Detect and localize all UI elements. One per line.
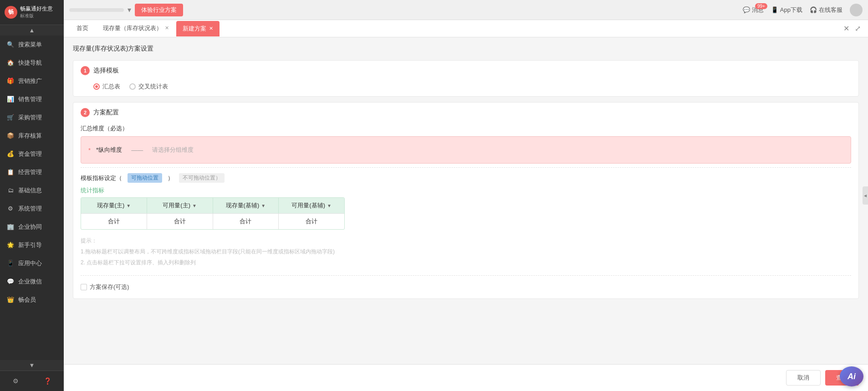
tip-1: 1.拖动标题栏可以调整布局，不可跨维度或指标区域拖动栏目字段(只能在同一维度或指…	[81, 246, 851, 257]
stats-col-0[interactable]: 现存量(主) ▼	[81, 198, 147, 213]
message-button[interactable]: 💬 消息 99+	[743, 6, 764, 14]
sidebar-item-label: 新手引导	[18, 241, 42, 249]
stats-col-1-label: 可用量(主)	[163, 201, 190, 210]
sidebar: 畅 畅赢通好生意 标准版 ▲ 🔍 搜索菜单 🏠 快捷导航 🎁 营销推广 📊 销售…	[0, 0, 64, 391]
step2-badge: 2	[81, 108, 90, 117]
sidebar-item-finance[interactable]: 💰 资金管理	[0, 145, 64, 163]
indicators-label: 模板指标设定（	[81, 174, 122, 182]
ai-badge[interactable]: Ai	[840, 366, 863, 386]
trial-button[interactable]: 体验行业方案	[135, 4, 183, 16]
sidebar-item-apps[interactable]: 📱 应用中心	[0, 254, 64, 273]
radio-cross-circle[interactable]	[129, 83, 136, 90]
page-title: 现存量(库存状况表)方案设置	[73, 45, 859, 53]
stats-table: 现存量(主) ▼ 可用量(主) ▼ 现存量(基辅) ▼	[81, 197, 345, 230]
radio-cross[interactable]: 交叉统计表	[129, 82, 168, 91]
box-icon: 📦	[6, 132, 15, 140]
stats-body-1: 合计	[147, 213, 213, 229]
sidebar-item-purchase[interactable]: 🛒 采购管理	[0, 108, 64, 127]
stats-col-0-label: 现存量(主)	[97, 201, 125, 210]
search-box[interactable]	[69, 8, 124, 12]
stats-col-2-label: 现存量(基辅)	[226, 201, 260, 210]
tabs-expand-btn[interactable]: ⤢	[853, 23, 863, 34]
phone-icon: 📱	[771, 6, 778, 13]
stats-thead: 现存量(主) ▼ 可用量(主) ▼ 现存量(基辅) ▼	[81, 198, 344, 213]
stats-col-3[interactable]: 可用量(基辅) ▼	[279, 198, 344, 213]
chart-icon: 📊	[6, 95, 15, 103]
topbar-gear-icon[interactable]: ▾	[128, 5, 131, 14]
stats-body-3: 合计	[279, 213, 344, 229]
cart-icon: 🛒	[6, 113, 15, 122]
folder-icon: 🗂	[6, 186, 15, 195]
sidebar-item-label: 销售管理	[18, 95, 42, 103]
sidebar-item-wechat[interactable]: 💬 企业微信	[0, 273, 64, 291]
tabs-bar: 首页 现存量（库存状况表） ✕ 新建方案 ✕ ✕ ⤢	[64, 20, 868, 37]
tab-new-scheme-close-icon[interactable]: ✕	[209, 26, 213, 31]
stats-col-3-label: 可用量(基辅)	[291, 201, 325, 210]
cancel-button[interactable]: 取消	[786, 370, 821, 386]
search-icon: 🔍	[6, 41, 15, 49]
tab-new-scheme[interactable]: 新建方案 ✕	[176, 21, 220, 36]
app-name: 畅赢通好生意	[20, 5, 53, 13]
home-icon: 🏠	[6, 59, 15, 67]
tab-home-label: 首页	[77, 24, 88, 32]
sidebar-bottom: ⚙ ❓	[0, 370, 64, 391]
sidebar-item-operations[interactable]: 📋 经营管理	[0, 163, 64, 181]
tab-home[interactable]: 首页	[69, 21, 96, 37]
tab-inventory-close-icon[interactable]: ✕	[165, 25, 169, 31]
col-2-chevron-icon: ▼	[261, 203, 266, 208]
gear-icon: ⚙	[6, 205, 15, 213]
wechat-icon: 💬	[6, 278, 15, 286]
sidebar-item-base[interactable]: 🗂 基础信息	[0, 181, 64, 200]
sidebar-item-system[interactable]: ⚙ 系统管理	[0, 200, 64, 218]
sidebar-item-member[interactable]: 👑 畅会员	[0, 291, 64, 309]
sidebar-item-guide[interactable]: 🌟 新手引导	[0, 236, 64, 254]
user-avatar[interactable]	[850, 4, 863, 16]
step1-title: 选择模板	[93, 67, 119, 75]
apps-icon: 📱	[6, 259, 15, 268]
tab-new-scheme-label: 新建方案	[183, 25, 206, 33]
radio-cross-label: 交叉统计表	[138, 82, 168, 91]
tabs-collapse-btn[interactable]: ✕	[842, 23, 851, 34]
sidebar-item-nav[interactable]: 🏠 快捷导航	[0, 54, 64, 72]
tab-inventory-status[interactable]: 现存量（库存状况表） ✕	[96, 21, 176, 37]
step2-card: 2 方案配置 汇总维度（必选） * *纵向维度 —— 请选择分组维度 模板指标设…	[73, 102, 859, 299]
right-collapse-handle[interactable]: ◀	[863, 186, 868, 205]
dim-placeholder[interactable]: 请选择分组维度	[152, 146, 194, 154]
building-icon: 🏢	[6, 223, 15, 231]
draggable-badge: 可拖动位置	[128, 173, 162, 183]
sidebar-scroll-up[interactable]: ▲	[0, 25, 64, 36]
online-service-label: 在线客服	[819, 6, 842, 14]
sidebar-item-search[interactable]: 🔍 搜索菜单	[0, 36, 64, 54]
topbar-right: 💬 消息 99+ 📱 App下载 🎧 在线客服	[743, 4, 863, 16]
sidebar-item-label: 畅会员	[18, 296, 36, 304]
step1-badge: 1	[81, 66, 90, 75]
sidebar-item-sales[interactable]: 📊 销售管理	[0, 90, 64, 108]
radio-summary[interactable]: 汇总表	[93, 82, 120, 91]
stats-body-0: 合计	[81, 213, 147, 229]
sidebar-item-inventory[interactable]: 📦 库存核算	[0, 127, 64, 145]
logo-icon: 畅	[5, 6, 17, 19]
sidebar-item-label: 企业微信	[18, 278, 42, 286]
sidebar-scroll-down[interactable]: ▼	[0, 360, 64, 370]
radio-summary-label: 汇总表	[102, 82, 120, 91]
app-download-link[interactable]: 📱 App下载	[771, 6, 802, 14]
save-checkbox[interactable]	[81, 284, 87, 290]
dim-dash: ——	[131, 147, 143, 154]
stats-col-2[interactable]: 现存量(基辅) ▼	[213, 198, 279, 213]
stats-tbody: 合计 合计 合计 合计	[81, 213, 344, 229]
sidebar-item-label: 资金管理	[18, 150, 42, 158]
sidebar-item-enterprise[interactable]: 🏢 企业协同	[0, 218, 64, 236]
stats-header: 统计指标	[81, 186, 851, 195]
step2-content: 汇总维度（必选） * *纵向维度 —— 请选择分组维度 模板指标设定（ 可拖动位…	[73, 123, 858, 298]
dimension-required-area: * *纵向维度 —— 请选择分组维度	[81, 136, 851, 164]
clipboard-icon: 📋	[6, 168, 15, 176]
online-service-link[interactable]: 🎧 在线客服	[810, 6, 842, 14]
sidebar-item-marketing[interactable]: 🎁 营销推广	[0, 72, 64, 90]
stats-col-1[interactable]: 可用量(主) ▼	[147, 198, 213, 213]
sidebar-settings-btn[interactable]: ⚙	[10, 375, 21, 387]
required-star: *	[88, 147, 91, 154]
sidebar-item-label: 库存核算	[18, 132, 42, 140]
message-badge: 99+	[755, 3, 767, 9]
radio-summary-circle[interactable]	[93, 83, 100, 90]
sidebar-help-btn[interactable]: ❓	[41, 375, 54, 387]
